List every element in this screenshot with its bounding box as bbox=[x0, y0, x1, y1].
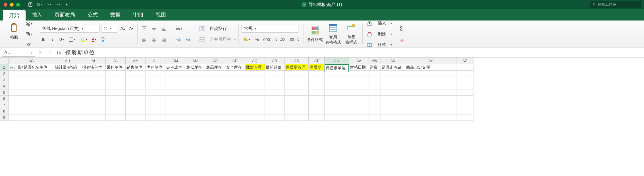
cell[interactable] bbox=[81, 108, 106, 114]
row-header[interactable]: 2 bbox=[0, 71, 9, 77]
cell[interactable] bbox=[106, 89, 126, 96]
cell[interactable] bbox=[381, 89, 405, 96]
cell[interactable] bbox=[265, 89, 285, 96]
cell[interactable] bbox=[126, 77, 146, 83]
cell[interactable] bbox=[245, 102, 265, 108]
row-header[interactable]: 3 bbox=[0, 77, 9, 83]
orientation-button[interactable]: ab▾ bbox=[174, 25, 183, 33]
cell[interactable] bbox=[106, 96, 126, 102]
align-bottom-button[interactable] bbox=[160, 25, 168, 33]
cell[interactable] bbox=[106, 102, 126, 108]
cell[interactable] bbox=[405, 102, 456, 108]
cell[interactable] bbox=[185, 108, 205, 114]
align-left-button[interactable] bbox=[140, 36, 148, 44]
cell[interactable] bbox=[225, 102, 245, 108]
cell-styles-button[interactable]: 单元 格样式 bbox=[343, 22, 360, 46]
cell[interactable] bbox=[381, 114, 405, 121]
cell[interactable] bbox=[146, 77, 165, 83]
cell[interactable] bbox=[205, 71, 225, 77]
tab-data[interactable]: 数据 bbox=[104, 9, 127, 21]
conditional-formatting-button[interactable]: 条件格式 bbox=[307, 22, 323, 46]
close-window[interactable] bbox=[4, 3, 7, 7]
column-header-AM[interactable]: AM bbox=[165, 58, 185, 64]
cell[interactable] bbox=[309, 71, 325, 77]
cell[interactable] bbox=[9, 102, 54, 108]
redo-icon[interactable]: ▾ bbox=[55, 2, 60, 7]
cell[interactable] bbox=[381, 77, 405, 83]
column-header-AR[interactable]: AR bbox=[265, 58, 285, 64]
format-painter-button[interactable] bbox=[24, 40, 34, 48]
save-icon[interactable]: ▾ bbox=[37, 2, 42, 7]
cell[interactable]: 库存单位 bbox=[146, 64, 165, 71]
cell[interactable] bbox=[54, 83, 81, 89]
cell[interactable] bbox=[54, 108, 81, 114]
cell[interactable] bbox=[245, 89, 265, 96]
cell[interactable] bbox=[309, 89, 325, 96]
name-box[interactable]: AU1 ▴▾ bbox=[2, 49, 35, 57]
cells-format-icon[interactable] bbox=[365, 41, 373, 49]
zoom-window[interactable] bbox=[16, 3, 20, 7]
column-header-AK[interactable]: AK bbox=[126, 58, 146, 64]
cell[interactable] bbox=[54, 114, 81, 121]
cell[interactable] bbox=[106, 77, 126, 83]
cell[interactable] bbox=[225, 83, 245, 89]
align-center-button[interactable] bbox=[150, 36, 158, 44]
cell[interactable] bbox=[126, 102, 146, 108]
cell[interactable] bbox=[369, 89, 381, 96]
cell[interactable] bbox=[245, 77, 265, 83]
cell[interactable] bbox=[146, 102, 165, 108]
column-header-AY[interactable]: AY bbox=[405, 58, 456, 64]
minimize-window[interactable] bbox=[10, 3, 14, 7]
font-color-button[interactable]: A▾ bbox=[90, 36, 98, 44]
cell[interactable] bbox=[126, 114, 146, 121]
cell[interactable] bbox=[369, 71, 381, 77]
cell[interactable] bbox=[205, 102, 225, 108]
bold-button[interactable]: B bbox=[40, 36, 47, 44]
cell[interactable] bbox=[245, 108, 265, 114]
cell[interactable] bbox=[165, 83, 185, 89]
cell[interactable] bbox=[106, 83, 126, 89]
cell[interactable] bbox=[349, 77, 369, 83]
select-all-corner[interactable] bbox=[0, 58, 9, 64]
cell[interactable] bbox=[126, 89, 146, 96]
cell[interactable] bbox=[9, 96, 54, 102]
cancel-button[interactable]: ✕ bbox=[36, 49, 44, 56]
cell[interactable] bbox=[146, 83, 165, 89]
cell[interactable] bbox=[309, 102, 325, 108]
tab-formulas[interactable]: 公式 bbox=[81, 9, 104, 21]
cell[interactable] bbox=[405, 89, 456, 96]
cell[interactable] bbox=[205, 83, 225, 89]
cell[interactable] bbox=[456, 114, 473, 121]
row-header[interactable]: 4 bbox=[0, 83, 9, 89]
cell[interactable] bbox=[285, 114, 309, 121]
cell[interactable] bbox=[456, 96, 473, 102]
cell[interactable]: 批次管理 bbox=[245, 64, 265, 71]
cell[interactable] bbox=[126, 71, 146, 77]
cell[interactable] bbox=[185, 96, 205, 102]
cell[interactable] bbox=[81, 96, 106, 102]
align-right-button[interactable] bbox=[160, 36, 168, 44]
cell[interactable]: 运费 bbox=[369, 64, 381, 71]
cell[interactable] bbox=[265, 102, 285, 108]
phonetic-button[interactable]: abcA bbox=[99, 36, 107, 44]
cell[interactable]: 商品自定义项 bbox=[405, 64, 456, 71]
cell[interactable]: 销售单位 bbox=[126, 64, 146, 71]
column-header-AW[interactable]: AW bbox=[369, 58, 381, 64]
cell[interactable] bbox=[381, 102, 405, 108]
cell[interactable]: 最低库存 bbox=[185, 64, 205, 71]
column-header-AJ[interactable]: AJ bbox=[106, 58, 126, 64]
font-size-select[interactable]: 11▾ bbox=[101, 25, 117, 33]
cell[interactable] bbox=[325, 102, 349, 108]
tab-insert[interactable]: 插入 bbox=[26, 9, 48, 21]
cell[interactable] bbox=[456, 108, 473, 114]
cell[interactable] bbox=[146, 96, 165, 102]
currency-button[interactable]: ▾ bbox=[242, 36, 252, 44]
cell[interactable] bbox=[106, 114, 126, 121]
row-header[interactable]: 8 bbox=[0, 108, 9, 114]
column-header-AQ[interactable]: AQ bbox=[245, 58, 265, 64]
cell[interactable] bbox=[146, 114, 165, 121]
cell[interactable] bbox=[285, 89, 309, 96]
cell[interactable] bbox=[309, 108, 325, 114]
cell[interactable] bbox=[285, 96, 309, 102]
cell[interactable] bbox=[369, 83, 381, 89]
